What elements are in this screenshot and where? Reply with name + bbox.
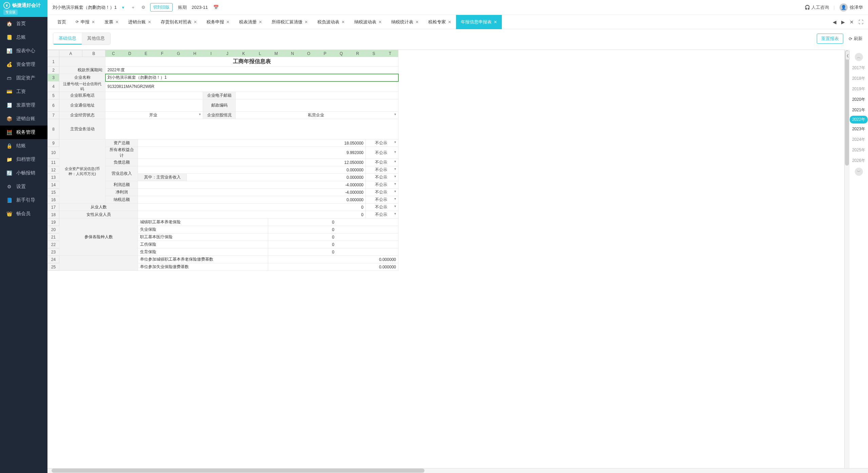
close-icon[interactable]: ✕ <box>494 20 497 24</box>
fin-value-cell[interactable]: -4.000000 <box>138 189 366 196</box>
sidebar-item-archive[interactable]: 📁归档管理 <box>0 153 47 166</box>
collapse-year-panel-icon[interactable]: ❮ <box>846 51 850 60</box>
chevron-down-icon[interactable]: ▾ <box>394 140 396 144</box>
plus-icon[interactable]: ＋ <box>130 4 137 11</box>
tab-5[interactable]: 税务申报✕ <box>202 15 234 29</box>
row-header-8[interactable]: 8 <box>48 119 59 139</box>
fin-value-cell[interactable]: 18.050000 <box>138 139 366 147</box>
row-header-20[interactable]: 20 <box>48 226 59 233</box>
chevron-down-icon[interactable]: ▾ <box>394 197 396 201</box>
fin-pub-cell[interactable]: 不公示▾ <box>366 181 398 189</box>
vertical-scrollbar[interactable] <box>844 50 849 468</box>
sidebar-item-expense[interactable]: 🔄小畅报销 <box>0 166 47 180</box>
status-value-cell[interactable]: 开业▾ <box>105 112 203 119</box>
col-header-K[interactable]: K <box>236 50 252 57</box>
row-header-16[interactable]: 16 <box>48 196 59 204</box>
tab-6[interactable]: 税表清册✕ <box>234 15 267 29</box>
col-header-F[interactable]: F <box>154 50 171 57</box>
chevron-down-icon[interactable]: ▾ <box>394 204 396 208</box>
row-header-14[interactable]: 14 <box>48 181 59 189</box>
tab-1[interactable]: ⟳申报✕ <box>71 15 100 29</box>
page-tab-1[interactable]: 其他信息 <box>82 33 110 44</box>
fin-pub-cell[interactable]: 不公示▾ <box>366 196 398 204</box>
base-value-cell[interactable]: 0.000000 <box>268 263 398 271</box>
row-header-9[interactable]: 9 <box>48 139 59 147</box>
close-icon[interactable]: ✕ <box>448 20 451 24</box>
sidebar-item-stock[interactable]: 📦进销台账 <box>0 112 47 126</box>
support-link[interactable]: 🎧 人工咨询 <box>805 4 829 11</box>
fin-value-cell[interactable]: 9.992000 <box>138 147 366 159</box>
regno-value-cell[interactable]: 91320811MA7NGR2W6R <box>105 81 398 92</box>
col-header-P[interactable]: P <box>317 50 333 57</box>
holding-value-cell[interactable]: 私营企业▾ <box>236 112 398 119</box>
calendar-icon[interactable]: 📅 <box>213 5 219 10</box>
fin-sub-pub-cell[interactable]: 不公示▾ <box>366 174 398 181</box>
close-icon[interactable]: ✕ <box>415 20 419 24</box>
sidebar-item-settings[interactable]: ⚙设置 <box>0 180 47 193</box>
col-header-O[interactable]: O <box>301 50 317 57</box>
col-header-L[interactable]: L <box>252 50 268 57</box>
fin-pub-cell[interactable]: 不公示▾ <box>366 147 398 159</box>
tab-3[interactable]: 进销台账✕ <box>123 15 156 29</box>
chevron-down-icon[interactable]: ▾ <box>394 212 396 215</box>
col-header-M[interactable]: M <box>268 50 284 57</box>
col-header-N[interactable]: N <box>284 50 301 57</box>
sidebar-item-close[interactable]: 🔒结账 <box>0 139 47 153</box>
email-value-cell[interactable] <box>236 92 398 99</box>
fin-value-cell[interactable]: 0.000000 <box>138 196 366 204</box>
chevron-down-icon[interactable]: ▾ <box>394 112 396 116</box>
tab-close-all-icon[interactable]: ✕ <box>848 19 855 25</box>
row-header-5[interactable]: 5 <box>48 92 59 99</box>
row-header-11[interactable]: 11 <box>48 159 59 166</box>
insure-value-cell[interactable]: 0 <box>268 226 398 233</box>
tab-prev-icon[interactable]: ◀ <box>831 19 838 25</box>
year-2020年[interactable]: 2020年 <box>851 95 867 105</box>
col-header-Q[interactable]: Q <box>333 50 350 57</box>
row-header-18[interactable]: 18 <box>48 211 59 219</box>
col-header-R[interactable]: R <box>350 50 366 57</box>
employees-value-cell[interactable]: 0 <box>138 204 366 211</box>
refresh-button[interactable]: ⟳ 刷新 <box>849 36 863 42</box>
chevron-down-icon[interactable]: ▾ <box>394 150 396 154</box>
tab-11[interactable]: 税检专家✕ <box>423 15 456 29</box>
tab-9[interactable]: 纳税波动表✕ <box>350 15 387 29</box>
corner-cell[interactable] <box>48 50 59 57</box>
zip-value-cell[interactable] <box>236 99 398 112</box>
company-value-cell[interactable]: 刘小艳演示账套（勿删勿动！）1 <box>105 74 398 81</box>
chevron-down-icon[interactable]: ▾ <box>394 167 396 171</box>
sidebar-item-salary[interactable]: 💳工资 <box>0 85 47 98</box>
fullscreen-icon[interactable]: ⛶ <box>857 19 865 25</box>
tab-2[interactable]: 发票✕ <box>100 15 123 29</box>
row-header-12[interactable]: 12 <box>48 166 59 174</box>
year-up-icon[interactable]: ︿ <box>855 53 863 61</box>
col-header-G[interactable]: G <box>171 50 187 57</box>
sidebar-item-invoice[interactable]: 🧾发票管理 <box>0 98 47 112</box>
chevron-down-icon[interactable]: ▾ <box>394 174 396 178</box>
fin-value-cell[interactable]: -4.000000 <box>138 181 366 189</box>
mainbiz-value-cell[interactable] <box>105 119 398 139</box>
close-icon[interactable]: ✕ <box>259 20 262 24</box>
year-2023年[interactable]: 2023年 <box>851 124 867 134</box>
fin-value-cell[interactable]: 0.000000 <box>138 166 366 174</box>
scroll-thumb[interactable] <box>845 50 849 166</box>
close-icon[interactable]: ✕ <box>304 20 308 24</box>
base-value-cell[interactable]: 0.000000 <box>268 256 398 263</box>
sidebar-item-home[interactable]: 🏠首页 <box>0 17 47 31</box>
col-header-E[interactable]: E <box>138 50 154 57</box>
year-down-icon[interactable]: ﹀ <box>855 168 863 176</box>
close-icon[interactable]: ✕ <box>115 20 119 24</box>
page-tab-0[interactable]: 基础信息 <box>53 33 82 44</box>
close-icon[interactable]: ✕ <box>92 20 95 24</box>
sidebar-item-guide[interactable]: 📘新手引导 <box>0 193 47 207</box>
sidebar-item-ledger[interactable]: 📒总账 <box>0 31 47 44</box>
close-icon[interactable]: ✕ <box>194 20 197 24</box>
row-header-25[interactable]: 25 <box>48 263 59 271</box>
row-header-3[interactable]: 3 <box>48 74 59 81</box>
scroll-thumb-h[interactable] <box>52 469 425 473</box>
tab-next-icon[interactable]: ▶ <box>840 19 846 25</box>
tab-7[interactable]: 所得税汇算清缴✕ <box>267 15 313 29</box>
chevron-down-icon[interactable]: ▾ <box>199 112 201 116</box>
chevron-down-icon[interactable]: ▾ <box>394 159 396 163</box>
reset-report-button[interactable]: 重置报表 <box>817 34 843 44</box>
user-menu[interactable]: 👤 徐泽华 <box>840 3 863 12</box>
